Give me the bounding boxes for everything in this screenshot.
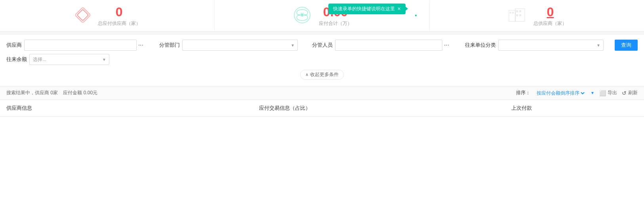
svg-rect-12 xyxy=(516,14,518,16)
results-info: 搜索结果中，供应商 0家 应付金额 0.00元 xyxy=(6,90,97,96)
coin-logo: ¥ xyxy=(292,5,312,27)
table-body xyxy=(0,117,644,204)
sort-select[interactable]: 按应付会额倒序排序 xyxy=(535,90,586,96)
tooltip-indicator xyxy=(414,14,417,17)
search-prefix: 搜索结果中，供应商 xyxy=(6,90,49,95)
stat-total-suppliers: 0 总供应商（家） xyxy=(430,0,644,31)
supplier-more-button[interactable]: ··· xyxy=(137,42,145,49)
export-label: 导出 xyxy=(608,90,617,96)
svg-rect-8 xyxy=(510,12,511,13)
supplier-count: 0家 xyxy=(50,90,58,95)
svg-rect-10 xyxy=(516,10,518,12)
collapse-up-icon: ∧ xyxy=(305,72,309,77)
balance-select-wrapper: 选择... ▼ xyxy=(29,54,109,65)
person-filter: 分管人员 ··· xyxy=(312,40,451,51)
total-payable-value: 0 xyxy=(98,4,141,19)
building-logo xyxy=(507,7,527,24)
person-more-button[interactable]: ··· xyxy=(442,42,451,49)
refresh-icon: ↺ xyxy=(622,90,627,96)
department-filter: 分管部门 ▼ xyxy=(159,40,298,51)
diamond-icon xyxy=(74,6,91,24)
coin-icon: ¥ xyxy=(292,5,312,25)
department-select-wrapper: ▼ xyxy=(182,40,298,51)
unit-category-filter: 往来单位分类 ▼ xyxy=(465,40,604,51)
search-results-text: 搜索结果中，供应商 0家 应付金额 0.00元 xyxy=(6,90,97,96)
filter-row-1: 供应商 ··· 分管部门 ▼ 分管人员 ··· 往来单位分类 xyxy=(6,40,638,51)
unit-category-label: 往来单位分类 xyxy=(465,42,496,49)
export-icon: ⬜ xyxy=(599,90,606,96)
balance-label: 往来余额 xyxy=(6,56,27,63)
col-supplier-header: 供应商信息 xyxy=(6,105,259,112)
supplier-label: 供应商 xyxy=(6,42,22,49)
tooltip-text: 快速录单的快捷键说明在这里 xyxy=(333,6,395,12)
department-select[interactable] xyxy=(182,40,298,51)
department-label: 分管部门 xyxy=(159,42,180,49)
stat-payable-total: ¥ 0.00 应付合计（万） 快速录单的快捷键说明在这里 × xyxy=(215,0,429,31)
collapse-label: 收起更多条件 xyxy=(310,71,339,78)
shortcut-tooltip: 快速录单的快捷键说明在这里 × xyxy=(328,4,405,14)
col-payment-header: 上次付款 xyxy=(511,105,638,112)
payable-total-label: 应付合计（万） xyxy=(319,20,352,27)
export-button[interactable]: ⬜ 导出 xyxy=(599,90,617,96)
results-actions: 排序： 按应付会额倒序排序 ▼ ⬜ 导出 ↺ 刷新 xyxy=(516,90,638,96)
filter-section: 供应商 ··· 分管部门 ▼ 分管人员 ··· 往来单位分类 xyxy=(0,35,644,86)
amount-value: 0.00元 xyxy=(84,90,97,95)
sort-label: 排序： xyxy=(516,90,530,96)
person-label: 分管人员 xyxy=(312,42,333,49)
building-icon xyxy=(507,7,527,23)
filter-row-2: 往来余额 选择... ▼ xyxy=(6,54,638,65)
unit-category-select[interactable] xyxy=(498,40,604,51)
amount-label: 应付金额 xyxy=(63,90,82,95)
diamond-logo xyxy=(74,6,91,25)
total-suppliers-value: 0 xyxy=(533,4,567,19)
svg-rect-13 xyxy=(519,14,521,16)
sort-chevron-icon: ▼ xyxy=(591,91,594,95)
refresh-label: 刷新 xyxy=(628,90,638,96)
total-payable-label: 总应付供应商（家） xyxy=(98,20,141,27)
stats-bar: 0 总应付供应商（家） ¥ 0.00 应付合计（万） 快速录单的快捷键说明在这 xyxy=(0,0,644,32)
unit-category-select-wrapper: ▼ xyxy=(498,40,604,51)
svg-text:¥: ¥ xyxy=(301,11,304,18)
balance-select[interactable]: 选择... xyxy=(29,54,109,65)
balance-filter: 往来余额 选择... ▼ xyxy=(6,54,109,65)
supplier-input[interactable] xyxy=(24,40,137,51)
svg-rect-11 xyxy=(519,10,521,12)
total-suppliers-label: 总供应商（家） xyxy=(533,20,567,27)
results-bar: 搜索结果中，供应商 0家 应付金额 0.00元 排序： 按应付会额倒序排序 ▼ … xyxy=(0,86,644,100)
collapse-bar: ∧ 收起更多条件 xyxy=(6,68,638,83)
collapse-button[interactable]: ∧ 收起更多条件 xyxy=(300,70,344,80)
col-transaction-header: 应付交易信息（占比） xyxy=(259,105,512,112)
person-input[interactable] xyxy=(335,40,442,51)
query-button[interactable]: 查询 xyxy=(615,40,638,51)
tooltip-close-button[interactable]: × xyxy=(397,6,400,11)
table-header: 供应商信息 应付交易信息（占比） 上次付款 xyxy=(0,100,644,117)
refresh-button[interactable]: ↺ 刷新 xyxy=(622,90,638,96)
stat-total-payable-suppliers: 0 总应付供应商（家） xyxy=(0,0,215,31)
svg-rect-9 xyxy=(512,12,514,13)
supplier-filter: 供应商 ··· xyxy=(6,40,145,51)
